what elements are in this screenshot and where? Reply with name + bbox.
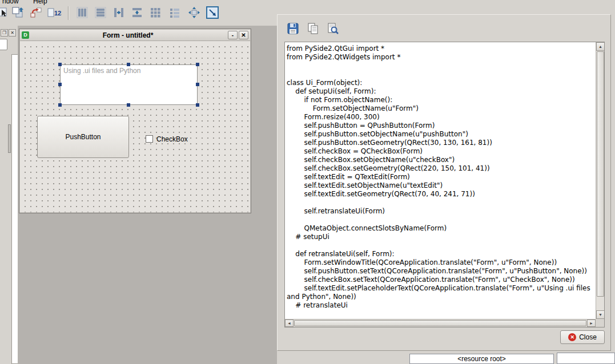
code-line: class Ui_Form(object): [287,79,594,87]
resource-root-item[interactable]: <resource root> [410,354,553,363]
splitter-vertical-icon[interactable] [130,5,144,20]
raise-widget-icon[interactable] [10,5,25,20]
layout-grid-icon[interactable] [148,5,163,20]
code-line: self.checkBox = QCheckBox(Form) [287,147,594,156]
toolbar-separator [68,6,69,20]
layout-vertical-glyph [94,6,107,19]
selection-handle-middle-left[interactable] [58,83,62,86]
scroll-up-icon[interactable]: ▲ [596,42,605,51]
code-line [287,70,594,79]
close-button-label: Close [579,333,597,341]
menu-item-help[interactable]: Help [33,0,47,5]
code-line: self.textEdit.setPlaceholderText(QCoreAp… [287,284,594,293]
save-icon[interactable] [286,21,300,36]
menu-item-window[interactable]: ndow [2,0,19,5]
layout-horizontal-icon[interactable] [75,5,90,20]
break-layout-icon[interactable] [187,5,202,20]
edit-widgets-glyph [0,6,9,19]
code-line: QMetaObject.connectSlotsByName(Form) [287,224,594,233]
layout-grid-glyph [149,6,162,19]
code-line: self.pushButton.setObjectName(u"pushButt… [287,130,594,139]
checkbox-label: CheckBox [156,135,188,143]
code-line [287,199,594,207]
selection-handle-top-center[interactable] [127,63,130,66]
code-preview-dialog: from PySide2.QtGui import * from PySide2… [277,14,611,351]
code-line: self.checkBox.setGeometry(QRect(220, 150… [287,164,594,173]
code-dialog-toolbar [286,21,340,37]
code-line: # setupUi [287,233,594,241]
form-window-title: Form - untitled* [29,31,227,39]
code-line: def retranslateUi(self, Form): [287,250,594,258]
find-icon[interactable] [325,21,340,36]
vertical-scroll-handle[interactable] [597,51,604,297]
form-editor-window: D Form - untitled* - ✕ Using .ui files a… [19,29,251,213]
checkbox-widget[interactable]: CheckBox [146,127,203,151]
code-line: self.checkBox.setText(QCoreApplication.t… [287,276,594,284]
selection-handle-bottom-left[interactable] [58,103,62,107]
svg-text:123: 123 [54,10,62,17]
widget-box-panel[interactable] [11,54,18,364]
layout-form-glyph [168,6,181,19]
edit-tab-order-icon[interactable]: 123 [46,5,63,20]
form-canvas[interactable]: Using .ui files and Python PushButton Ch… [20,42,250,212]
scrollbar-corner [596,319,604,327]
resource-browser-panel[interactable]: <resource root> [409,354,554,364]
scroll-right-icon[interactable]: ► [587,319,596,327]
textedit-placeholder: Using .ui files and Python [63,67,140,75]
code-line: self.textEdit.setGeometry(QRect(70, 40, … [287,190,594,199]
code-line: if not Form.objectName(): [287,96,594,104]
close-window-button[interactable]: ✕ [239,31,248,39]
code-line: self.pushButton.setText(QCoreApplication… [287,267,594,276]
dock-float-icon[interactable]: ❐ [1,29,8,37]
layout-horizontal-glyph [76,6,89,19]
break-layout-glyph [188,6,200,19]
code-line [287,62,594,70]
scroll-down-icon[interactable]: ▼ [596,310,605,319]
code-line: self.pushButton.setGeometry(QRect(30, 13… [287,139,594,147]
selection-handle-middle-right[interactable] [196,83,199,86]
code-line: Form.resize(400, 300) [287,113,594,122]
splitter-vertical-glyph [131,6,143,19]
dock-close-icon[interactable]: ✕ [9,29,16,37]
selection-handle-top-right[interactable] [196,63,199,66]
code-view[interactable]: from PySide2.QtGui import * from PySide2… [284,42,605,327]
minimize-button[interactable]: - [228,31,238,39]
code-line: from PySide2.QtWidgets import * [287,53,594,62]
code-line: Form.setWindowTitle(QCoreApplication.tra… [287,258,594,267]
code-line: # retranslateUi [287,301,594,310]
textedit-widget[interactable]: Using .ui files and Python [60,64,198,105]
find-glyph [327,22,339,35]
checkbox-indicator[interactable] [146,135,153,143]
edit-signals-slots-glyph [30,6,42,19]
vertical-scrollbar[interactable]: ▲ ▼ [596,42,604,319]
pushbutton-widget[interactable]: PushButton [37,116,129,158]
selection-handle-top-left[interactable] [58,63,62,66]
close-button[interactable]: ✕ Close [560,330,605,344]
code-line: from PySide2.QtGui import * [287,45,594,53]
code-line: Form.setObjectName(u"Form") [287,104,594,113]
form-window-titlebar[interactable]: D Form - untitled* - ✕ [20,30,250,41]
code-text: from PySide2.QtGui import * from PySide2… [285,42,596,319]
save-glyph [287,22,299,35]
widget-box-scrollbar[interactable] [8,124,11,153]
edit-widgets-icon[interactable] [0,5,10,20]
selection-handle-bottom-right[interactable] [196,103,199,107]
splitter-horizontal-glyph [112,6,125,19]
close-circle-icon: ✕ [568,333,576,341]
code-line: self.pushButton = QPushButton(Form) [287,122,594,130]
copy-icon[interactable] [306,21,320,36]
splitter-horizontal-icon[interactable] [111,5,126,20]
layout-vertical-icon[interactable] [93,5,108,20]
copy-glyph [307,22,319,35]
widget-filter-input[interactable] [0,39,7,50]
widget-box-dock: ❐ ✕ [0,26,18,364]
scroll-left-icon[interactable]: ◄ [285,319,294,327]
adjust-size-icon[interactable] [205,5,220,20]
main-toolbar: 123 [0,5,274,23]
layout-form-icon[interactable] [167,5,182,20]
horizontal-scrollbar[interactable]: ◄ ► [285,319,596,327]
edit-signals-slots-icon[interactable] [29,5,43,20]
selection-handle-bottom-center[interactable] [127,103,130,107]
resource-side-panel[interactable] [557,353,615,364]
horizontal-scroll-handle[interactable] [294,320,586,326]
